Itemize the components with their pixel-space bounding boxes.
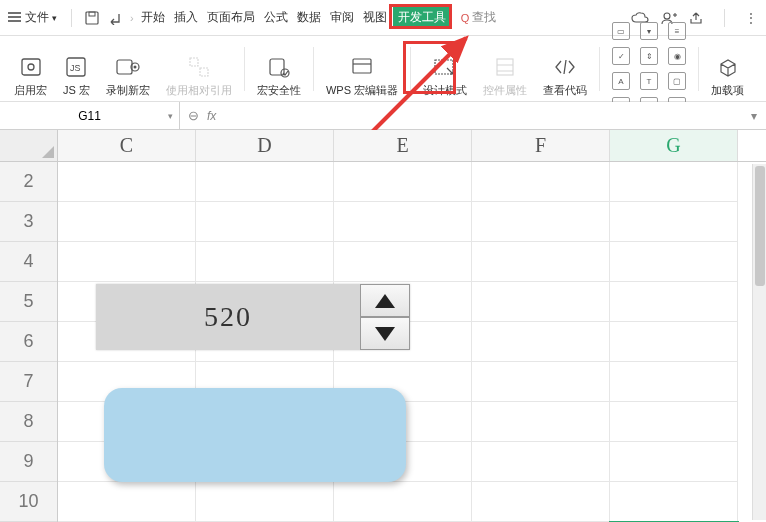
row-header[interactable]: 7 [0, 362, 57, 402]
ribbon-tabs: 开始 插入 页面布局 公式 数据 审阅 视图 开发工具 [138, 6, 451, 29]
ctrl-spin[interactable]: ⇕ [640, 47, 658, 65]
search[interactable]: Q 查找 [461, 9, 497, 26]
separator [410, 47, 411, 91]
name-box-input[interactable] [50, 109, 130, 123]
ctrl-radio[interactable]: ◉ [668, 47, 686, 65]
tab-start[interactable]: 开始 [138, 6, 168, 29]
ctrl-group[interactable]: ▢ [668, 72, 686, 90]
svg-text:JS: JS [70, 63, 81, 73]
rb-record-macro[interactable]: 录制新宏 [98, 40, 158, 98]
triangle-up-icon [375, 294, 395, 308]
row-header[interactable]: 4 [0, 242, 57, 282]
row-header[interactable]: 8 [0, 402, 57, 442]
ctrl-label[interactable]: A [612, 72, 630, 90]
tab-review[interactable]: 审阅 [327, 6, 357, 29]
rb-macro-security[interactable]: 宏安全性 [249, 40, 309, 98]
ctrl-check[interactable]: ✓ [612, 47, 630, 65]
row-header[interactable]: 2 [0, 162, 57, 202]
svg-point-10 [28, 64, 34, 70]
ctrl-combo[interactable]: ▾ [640, 22, 658, 40]
formula-bar: ▾ ⊖ fx ▾ [0, 102, 766, 130]
spin-up-button[interactable] [360, 284, 410, 317]
svg-rect-18 [270, 59, 284, 75]
svg-rect-3 [86, 12, 98, 24]
col-header[interactable]: C [58, 130, 196, 161]
svg-point-5 [664, 13, 670, 19]
separator [313, 47, 314, 91]
svg-rect-4 [89, 12, 95, 16]
ctrl-btn[interactable]: ▭ [612, 22, 630, 40]
vertical-scrollbar[interactable] [752, 164, 766, 520]
ctrl-text[interactable]: T [640, 72, 658, 90]
row-header[interactable]: 10 [0, 482, 57, 522]
more-icon[interactable]: ⋮ [745, 11, 758, 25]
svg-rect-23 [497, 59, 513, 75]
spin-value: 520 [96, 284, 360, 350]
col-header[interactable]: F [472, 130, 610, 161]
svg-rect-9 [22, 59, 40, 75]
tab-view[interactable]: 视图 [360, 6, 390, 29]
rb-js-macro[interactable]: JS JS 宏 [55, 40, 98, 98]
svg-rect-13 [117, 60, 132, 74]
search-label: 查找 [472, 9, 496, 26]
spin-down-button[interactable] [360, 317, 410, 350]
col-header[interactable]: E [334, 130, 472, 161]
scrollbar-thumb[interactable] [755, 166, 765, 286]
col-headers: C D E F G [58, 130, 766, 162]
rb-relative-ref: 使用相对引用 [158, 40, 240, 98]
tab-data[interactable]: 数据 [294, 6, 324, 29]
spin-control[interactable]: 520 [96, 284, 410, 350]
tab-formula[interactable]: 公式 [261, 6, 291, 29]
row-headers: 2 3 4 5 6 7 8 9 10 11 [0, 130, 58, 522]
dropdown-icon[interactable]: ▾ [168, 111, 173, 121]
separator [698, 47, 699, 91]
select-all-corner[interactable] [0, 130, 57, 162]
zoom-icon[interactable]: ⊖ [188, 108, 199, 123]
expand-icon[interactable]: ▾ [742, 109, 766, 123]
triangle-down-icon [375, 327, 395, 341]
row-header[interactable]: 5 [0, 282, 57, 322]
undo-icon[interactable] [107, 10, 122, 25]
svg-rect-17 [200, 68, 208, 76]
svg-point-15 [133, 65, 136, 68]
ctrl-list[interactable]: ≡ [668, 22, 686, 40]
rb-view-code[interactable]: 查看代码 [535, 40, 595, 98]
file-menu[interactable]: 文件 ▾ [8, 9, 57, 26]
rb-enable-macro[interactable]: 启用宏 [6, 40, 55, 98]
file-label: 文件 [25, 9, 49, 26]
col-header-selected[interactable]: G [610, 130, 738, 161]
name-box[interactable]: ▾ [0, 102, 180, 129]
row-header[interactable]: 3 [0, 202, 57, 242]
col-header[interactable]: D [196, 130, 334, 161]
divider [724, 9, 725, 27]
formula-input[interactable] [224, 102, 742, 129]
rb-design-mode[interactable]: 设计模式 [415, 40, 475, 98]
fx-label[interactable]: fx [207, 109, 216, 123]
dropdown-icon: ▾ [52, 13, 57, 23]
tab-insert[interactable]: 插入 [171, 6, 201, 29]
chevron-icon: › [130, 12, 134, 24]
svg-rect-20 [353, 59, 371, 73]
search-icon: Q [461, 12, 470, 24]
ribbon: 启用宏 JS JS 宏 录制新宏 使用相对引用 宏安全性 WPS 宏编辑器 设计… [0, 36, 766, 102]
rb-wps-editor[interactable]: WPS 宏编辑器 [318, 40, 406, 98]
hamburger-icon [8, 12, 21, 23]
separator [244, 47, 245, 91]
rb-addins[interactable]: 加载项 [703, 40, 752, 98]
save-icon[interactable] [84, 10, 99, 25]
row-header[interactable]: 6 [0, 322, 57, 362]
separator [599, 47, 600, 91]
tab-layout[interactable]: 页面布局 [204, 6, 258, 29]
divider [71, 9, 72, 27]
rounded-rectangle-shape[interactable] [104, 388, 406, 482]
tab-devtools[interactable]: 开发工具 [393, 6, 451, 29]
svg-rect-16 [190, 58, 198, 66]
share-icon[interactable] [689, 11, 704, 25]
row-header[interactable]: 9 [0, 442, 57, 482]
rb-control-props: 控件属性 [475, 40, 535, 98]
